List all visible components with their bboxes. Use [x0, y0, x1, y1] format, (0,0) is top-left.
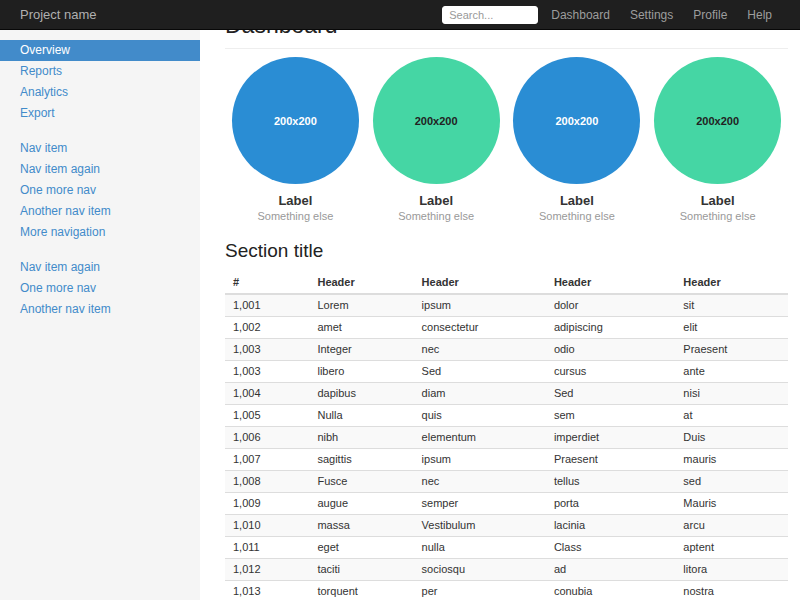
- table-row: 1,003liberoSedcursusante: [225, 361, 788, 383]
- main-content: Dashboard 200x200LabelSomething else200x…: [200, 12, 800, 600]
- table-row: 1,005Nullaquissemat: [225, 405, 788, 427]
- table-cell: mauris: [675, 449, 788, 471]
- sidebar-group-3: Nav item againOne more navAnother nav it…: [0, 257, 200, 320]
- table-cell: Integer: [309, 339, 413, 361]
- brand[interactable]: Project name: [20, 7, 97, 22]
- table-cell: Praesent: [546, 449, 675, 471]
- placeholder-row: 200x200LabelSomething else200x200LabelSo…: [225, 57, 788, 222]
- sidebar-list-item: Analytics: [0, 82, 200, 103]
- table-column-header: Header: [414, 272, 546, 294]
- table-cell: Mauris: [675, 493, 788, 515]
- table-cell: Sed: [546, 383, 675, 405]
- table-row: 1,006nibhelementumimperdietDuis: [225, 427, 788, 449]
- sidebar-item-one-more-nav[interactable]: One more nav: [0, 180, 200, 201]
- placeholder-cell-3: 200x200LabelSomething else: [507, 57, 648, 222]
- placeholder-label: Label: [225, 193, 366, 208]
- table-row: 1,004dapibusdiamSednisi: [225, 383, 788, 405]
- sidebar-item-one-more-nav[interactable]: One more nav: [0, 278, 200, 299]
- placeholder-label: Label: [507, 193, 648, 208]
- table-row: 1,013torquentperconubianostra: [225, 581, 788, 600]
- table-column-header: Header: [546, 272, 675, 294]
- navbar-link-dashboard[interactable]: Dashboard: [541, 8, 620, 22]
- table-row: 1,001Loremipsumdolorsit: [225, 294, 788, 317]
- sidebar-list-item: Nav item: [0, 138, 200, 159]
- sidebar-item-nav-item-again[interactable]: Nav item again: [0, 159, 200, 180]
- sidebar-item-another-nav-item[interactable]: Another nav item: [0, 299, 200, 320]
- table-cell: 1,003: [225, 339, 309, 361]
- table-cell: porta: [546, 493, 675, 515]
- table-cell: conubia: [546, 581, 675, 600]
- navbar-links: DashboardSettingsProfileHelp: [541, 8, 782, 22]
- table-row: 1,012tacitisociosquadlitora: [225, 559, 788, 581]
- table-cell: Duis: [675, 427, 788, 449]
- table-cell: nec: [414, 339, 546, 361]
- sidebar-item-reports[interactable]: Reports: [0, 61, 200, 82]
- sidebar-item-overview[interactable]: Overview: [0, 40, 200, 61]
- table-cell: sem: [546, 405, 675, 427]
- table-cell: nec: [414, 471, 546, 493]
- table-cell: dapibus: [309, 383, 413, 405]
- sidebar-list-item: More navigation: [0, 222, 200, 243]
- table-row: 1,007sagittisipsumPraesentmauris: [225, 449, 788, 471]
- sidebar-item-nav-item[interactable]: Nav item: [0, 138, 200, 159]
- table-cell: Praesent: [675, 339, 788, 361]
- table-cell: nibh: [309, 427, 413, 449]
- sidebar-item-another-nav-item[interactable]: Another nav item: [0, 201, 200, 222]
- table-cell: eget: [309, 537, 413, 559]
- navbar-link-help[interactable]: Help: [737, 8, 782, 22]
- table-header-row: #HeaderHeaderHeaderHeader: [225, 272, 788, 294]
- placeholder-cell-1: 200x200LabelSomething else: [225, 57, 366, 222]
- sidebar-list-item: Nav item again: [0, 257, 200, 278]
- table-column-header: Header: [675, 272, 788, 294]
- sidebar-item-more-navigation[interactable]: More navigation: [0, 222, 200, 243]
- table-cell: amet: [309, 317, 413, 339]
- placeholder-circle-image: 200x200: [654, 57, 781, 184]
- sidebar-list-item: One more nav: [0, 278, 200, 299]
- table-cell: diam: [414, 383, 546, 405]
- table-row: 1,003IntegernecodioPraesent: [225, 339, 788, 361]
- table-cell: 1,012: [225, 559, 309, 581]
- table-row: 1,010massaVestibulumlaciniaarcu: [225, 515, 788, 537]
- placeholder-sublabel: Something else: [366, 210, 507, 222]
- table-cell: 1,006: [225, 427, 309, 449]
- table-row: 1,008Fuscenectellussed: [225, 471, 788, 493]
- placeholder-circle-image: 200x200: [513, 57, 640, 184]
- table-column-header: #: [225, 272, 309, 294]
- table-cell: torquent: [309, 581, 413, 600]
- placeholder-cell-2: 200x200LabelSomething else: [366, 57, 507, 222]
- sidebar-list-item: Export: [0, 103, 200, 124]
- sidebar-item-analytics[interactable]: Analytics: [0, 82, 200, 103]
- placeholder-sublabel: Something else: [225, 210, 366, 222]
- sidebar-item-nav-item-again[interactable]: Nav item again: [0, 257, 200, 278]
- table-cell: 1,007: [225, 449, 309, 471]
- table-cell: Lorem: [309, 294, 413, 317]
- table-cell: nulla: [414, 537, 546, 559]
- sidebar-list-item: Another nav item: [0, 201, 200, 222]
- table-cell: sed: [675, 471, 788, 493]
- table-cell: ipsum: [414, 294, 546, 317]
- table-cell: consectetur: [414, 317, 546, 339]
- table-row: 1,009auguesemperportaMauris: [225, 493, 788, 515]
- table-cell: elit: [675, 317, 788, 339]
- navbar-link-profile[interactable]: Profile: [683, 8, 737, 22]
- sidebar-item-export[interactable]: Export: [0, 103, 200, 124]
- placeholder-sublabel: Something else: [647, 210, 788, 222]
- section-title: Section title: [225, 240, 788, 262]
- sidebar: OverviewReportsAnalyticsExportNav itemNa…: [0, 30, 200, 600]
- table-cell: quis: [414, 405, 546, 427]
- table-cell: 1,002: [225, 317, 309, 339]
- table-cell: aptent: [675, 537, 788, 559]
- table-cell: per: [414, 581, 546, 600]
- sidebar-list-item: Another nav item: [0, 299, 200, 320]
- table-cell: 1,005: [225, 405, 309, 427]
- placeholder-circle-image: 200x200: [373, 57, 500, 184]
- table-cell: Nulla: [309, 405, 413, 427]
- table-cell: 1,008: [225, 471, 309, 493]
- table-cell: ad: [546, 559, 675, 581]
- table-cell: ipsum: [414, 449, 546, 471]
- placeholder-sublabel: Something else: [507, 210, 648, 222]
- table-cell: 1,013: [225, 581, 309, 600]
- navbar-link-settings[interactable]: Settings: [620, 8, 683, 22]
- search-input[interactable]: [442, 6, 538, 24]
- navbar-right: DashboardSettingsProfileHelp: [442, 6, 782, 24]
